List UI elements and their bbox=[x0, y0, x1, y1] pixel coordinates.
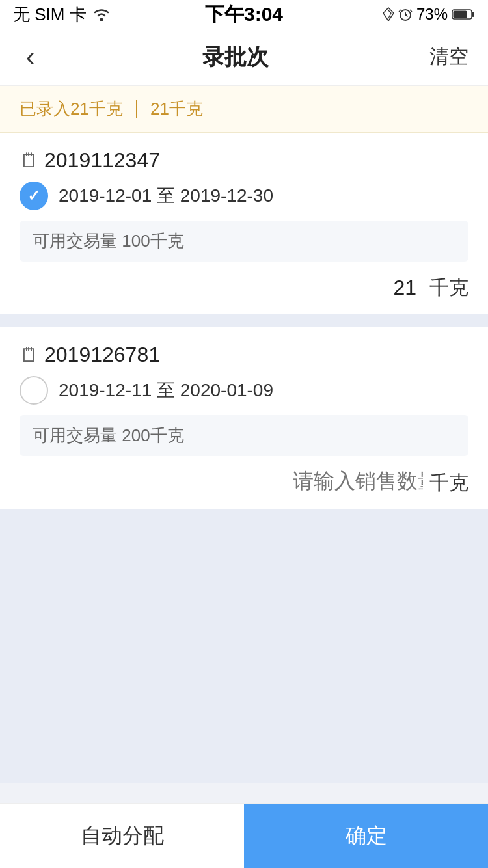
battery-icon bbox=[452, 8, 475, 20]
auto-distribute-button[interactable]: 自动分配 bbox=[0, 804, 244, 868]
alarm-icon bbox=[398, 7, 413, 21]
quantity-unit-2: 千克 bbox=[429, 470, 468, 496]
status-carrier: 无 SIM 卡 bbox=[13, 3, 111, 26]
batch-available-1: 可用交易量 100千克 bbox=[20, 221, 468, 262]
batch-checkbox-1[interactable]: ✓ bbox=[20, 182, 48, 210]
back-button[interactable]: ‹ bbox=[20, 36, 41, 78]
quantity-input-2[interactable] bbox=[293, 469, 423, 496]
batch-date-row-1: ✓ 2019-12-01 至 2019-12-30 bbox=[20, 182, 468, 210]
status-time: 下午3:04 bbox=[205, 1, 283, 28]
summary-banner: 已录入21千克 21千克 bbox=[0, 86, 488, 133]
batch-id-2: 2019126781 bbox=[44, 343, 160, 367]
nav-bar: ‹ 录批次 清空 bbox=[0, 29, 488, 86]
summary-amount-label: 21千克 bbox=[150, 98, 203, 120]
checkmark-1: ✓ bbox=[27, 187, 40, 205]
svg-point-0 bbox=[100, 18, 103, 21]
carrier-text: 无 SIM 卡 bbox=[13, 3, 87, 26]
status-right: 73% bbox=[383, 5, 475, 23]
bottom-empty-space bbox=[0, 509, 488, 783]
status-bar: 无 SIM 卡 下午3:04 73% bbox=[0, 0, 488, 29]
batch-checkbox-2[interactable] bbox=[20, 376, 48, 405]
battery-percent: 73% bbox=[416, 5, 448, 23]
quantity-value-1: 21 bbox=[393, 276, 416, 300]
confirm-button[interactable]: 确定 bbox=[244, 804, 488, 868]
batch-card-2: 🗒 2019126781 2019-12-11 至 2020-01-09 可用交… bbox=[0, 327, 488, 509]
batch-id-row-1: 🗒 2019112347 bbox=[20, 148, 468, 172]
batch-id-row-2: 🗒 2019126781 bbox=[20, 343, 468, 367]
svg-rect-3 bbox=[454, 11, 467, 18]
footer: 自动分配 确定 bbox=[0, 803, 488, 868]
batch-date-row-2: 2019-12-11 至 2020-01-09 bbox=[20, 376, 468, 405]
page-title: 录批次 bbox=[202, 42, 269, 72]
batch-doc-icon-1: 🗒 bbox=[20, 150, 39, 172]
batch-doc-icon-2: 🗒 bbox=[20, 344, 39, 366]
quantity-row-1: 21 千克 bbox=[0, 262, 488, 314]
clear-button[interactable]: 清空 bbox=[429, 44, 468, 70]
batch-date-1: 2019-12-01 至 2019-12-30 bbox=[59, 183, 273, 208]
batch-available-2: 可用交易量 200千克 bbox=[20, 415, 468, 456]
summary-divider bbox=[136, 100, 137, 118]
summary-recorded-label: 已录入21千克 bbox=[20, 98, 123, 120]
quantity-unit-1: 千克 bbox=[429, 275, 468, 301]
batch-date-2: 2019-12-11 至 2020-01-09 bbox=[59, 378, 273, 403]
quantity-row-2: 千克 bbox=[0, 456, 488, 509]
location-icon bbox=[383, 7, 394, 21]
wifi-icon bbox=[92, 7, 111, 21]
batch-id-1: 2019112347 bbox=[44, 148, 160, 172]
section-separator-1 bbox=[0, 314, 488, 327]
batch-card-1: 🗒 2019112347 ✓ 2019-12-01 至 2019-12-30 可… bbox=[0, 133, 488, 314]
